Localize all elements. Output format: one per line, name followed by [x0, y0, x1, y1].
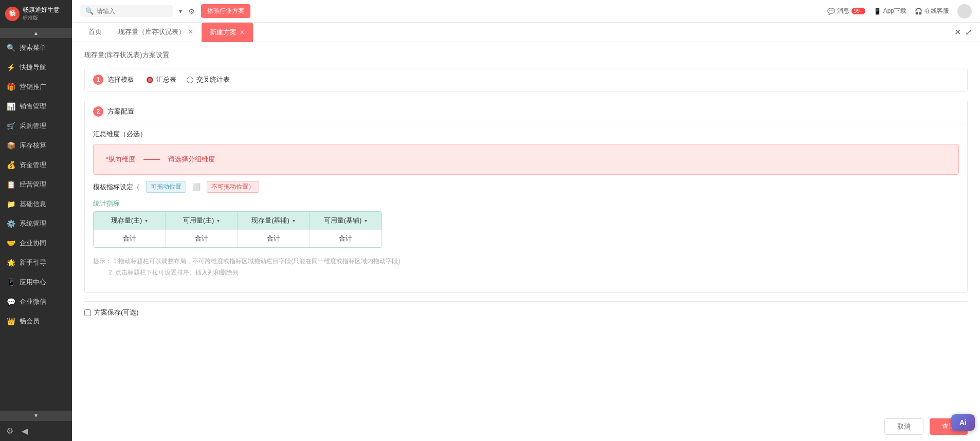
online-service-btn[interactable]: 🎧 在线客服 [915, 7, 949, 15]
save-label[interactable]: 方案保存(可选) [94, 308, 139, 317]
user-avatar[interactable] [957, 4, 972, 19]
tab-home[interactable]: 首页 [80, 23, 110, 42]
sidebar-item-label: 新手引导 [20, 258, 46, 267]
sidebar-item-system[interactable]: ⚙️ 系统管理 [0, 214, 72, 233]
sidebar-nav: 🔍 搜索菜单 ⚡ 快捷导航 🎁 营销推广 📊 销售管理 🛒 采购管理 📦 库存核… [0, 38, 72, 411]
tab-new-plan-label: 新建方案 [210, 28, 237, 37]
sidebar-item-wechat[interactable]: 💬 企业微信 [0, 292, 72, 311]
sidebar-item-finance[interactable]: 💰 资金管理 [0, 155, 72, 175]
collapse-icon[interactable]: ◀ [22, 426, 28, 436]
stats-col-3-label: 可用量(基辅) [324, 216, 362, 225]
app-edition: 标准版 [23, 14, 60, 22]
app-download-btn[interactable]: 📱 App下载 [874, 7, 906, 15]
sidebar-scroll-up[interactable]: ▲ [0, 28, 72, 38]
topbar-gear-icon[interactable]: ⚙ [188, 7, 195, 15]
save-option: 方案保存(可选) [84, 301, 968, 323]
sidebar-item-app-center[interactable]: 📱 应用中心 [0, 272, 72, 292]
stats-col-2-chevron[interactable]: ▾ [293, 218, 295, 224]
stats-col-1[interactable]: 可用量(主) ▾ [166, 212, 238, 229]
ai-button[interactable]: Ai [951, 414, 975, 431]
sidebar-item-member[interactable]: 👑 畅会员 [0, 311, 72, 331]
stats-col-0[interactable]: 现存量(主) ▾ [94, 212, 166, 229]
sidebar-item-label: 应用中心 [20, 278, 46, 287]
tips-label: 提示： [93, 258, 112, 265]
message-btn[interactable]: 💬 消息 99+ [827, 7, 865, 15]
step1-header: 1 选择模板 汇总表 交叉统计表 [85, 68, 967, 91]
online-service-label: 在线客服 [924, 7, 949, 15]
sidebar-item-label: 库存核算 [20, 141, 46, 150]
topbar-search-box[interactable]: 🔍 [80, 5, 173, 17]
sidebar-item-label: 搜索菜单 [20, 43, 46, 52]
tip-text-1: 2. 点击标题栏下拉可设置排序、插入列和删除列 [108, 269, 239, 276]
sidebar-item-new-guide[interactable]: 🌟 新手引导 [0, 253, 72, 272]
sidebar-item-inventory[interactable]: 📦 库存核算 [0, 136, 72, 155]
finance-icon: 💰 [6, 160, 15, 170]
stats-col-3-chevron[interactable]: ▾ [365, 218, 367, 224]
app-download-label: App下载 [883, 7, 906, 15]
sidebar: 畅 畅康通好生意 标准版 ▲ 🔍 搜索菜单 ⚡ 快捷导航 🎁 营销推广 📊 销售… [0, 0, 72, 441]
sidebar-item-label: 资金管理 [20, 160, 46, 170]
indicator-setting-label: 模板指标设定（ [93, 182, 140, 192]
settings-icon[interactable]: ⚙ [6, 426, 13, 436]
tab-inventory-label: 现存量（库存状况表） [118, 27, 185, 36]
industry-plan-button[interactable]: 体验行业方案 [201, 4, 250, 18]
search-menu-icon: 🔍 [6, 43, 15, 52]
stats-col-0-chevron[interactable]: ▾ [145, 218, 148, 224]
tab-close-all-icon[interactable]: ✕ [954, 27, 961, 37]
topbar-dropdown-icon[interactable]: ▾ [179, 8, 182, 15]
purchase-icon: 🛒 [6, 121, 15, 131]
stats-col-1-chevron[interactable]: ▾ [217, 218, 220, 224]
stats-section: 统计指标 现存量(主) ▾ 可用量(主) ▾ [93, 199, 959, 248]
step1-title: 选择模板 [107, 75, 134, 84]
sidebar-item-label: 系统管理 [20, 219, 46, 228]
stats-col-3[interactable]: 可用量(基辅) ▾ [310, 212, 382, 229]
tab-expand-icon[interactable]: ⤢ [965, 27, 972, 37]
indicator-setting-row: 模板指标设定（ 可拖动位置 ⬜ 不可拖动位置） [93, 181, 959, 193]
sidebar-item-business[interactable]: 📋 经营管理 [0, 175, 72, 194]
stats-col-2[interactable]: 现存量(基辅) ▾ [238, 212, 310, 229]
inventory-icon: 📦 [6, 141, 15, 150]
search-input[interactable] [97, 8, 158, 15]
tab-inventory-status[interactable]: 现存量（库存状况表） ✕ [110, 23, 202, 42]
online-service-icon: 🎧 [915, 8, 922, 15]
page-title: 现存量(库存状况表)方案设置 [84, 50, 968, 60]
save-checkbox[interactable] [84, 309, 91, 316]
sidebar-item-cooperation[interactable]: 🤝 企业协同 [0, 233, 72, 253]
sidebar-item-marketing[interactable]: 🎁 营销推广 [0, 77, 72, 97]
dimension-area[interactable]: *纵向维度 —— 请选择分组维度 [93, 144, 959, 175]
step1-badge: 1 [93, 75, 103, 85]
radio-cross-table[interactable]: 交叉统计表 [187, 75, 230, 84]
tab-new-plan[interactable]: 新建方案 ✕ [202, 23, 253, 42]
stats-table: 现存量(主) ▾ 可用量(主) ▾ 现存量(基辅) ▾ [93, 211, 382, 248]
member-icon: 👑 [6, 317, 15, 326]
tab-inventory-close[interactable]: ✕ [188, 28, 193, 35]
sidebar-item-sales[interactable]: 📊 销售管理 [0, 97, 72, 116]
app-center-icon: 📱 [6, 278, 15, 287]
topbar-right: 💬 消息 99+ 📱 App下载 🎧 在线客服 [827, 4, 972, 19]
sidebar-item-quick-nav[interactable]: ⚡ 快捷导航 [0, 58, 72, 77]
radio-summary-table[interactable]: 汇总表 [147, 75, 176, 84]
sidebar-item-basic-info[interactable]: 📁 基础信息 [0, 194, 72, 214]
sidebar-item-purchase[interactable]: 🛒 采购管理 [0, 116, 72, 136]
tab-new-plan-close[interactable]: ✕ [240, 29, 245, 36]
business-icon: 📋 [6, 180, 15, 189]
step2-title: 方案配置 [107, 107, 134, 116]
radio-summary-input[interactable] [147, 77, 153, 83]
indicator-separator: ⬜ [192, 183, 201, 191]
sidebar-scroll-down[interactable]: ▼ [0, 411, 72, 420]
dimension-required-label: *纵向维度 [106, 155, 135, 164]
dimension-placeholder: 请选择分组维度 [168, 155, 215, 164]
radio-cross-input[interactable] [187, 77, 193, 83]
stats-cell-0-0: 合计 [94, 230, 166, 247]
stats-col-1-label: 可用量(主) [183, 216, 214, 225]
sidebar-item-search-menu[interactable]: 🔍 搜索菜单 [0, 38, 72, 58]
app-logo: 畅 畅康通好生意 标准版 [0, 0, 72, 28]
tip-text-0: 1.拖动标题栏可以调整布局，不可跨维度或指标区域拖动栏目字段(只能在同一维度或指… [113, 258, 400, 265]
system-icon: ⚙️ [6, 219, 15, 228]
radio-summary-label: 汇总表 [156, 75, 176, 84]
tab-home-label: 首页 [88, 27, 102, 36]
stats-cell-0-2: 合计 [238, 230, 310, 247]
message-label: 消息 [837, 7, 849, 15]
cancel-button[interactable]: 取消 [884, 418, 923, 435]
basic-info-icon: 📁 [6, 199, 15, 209]
